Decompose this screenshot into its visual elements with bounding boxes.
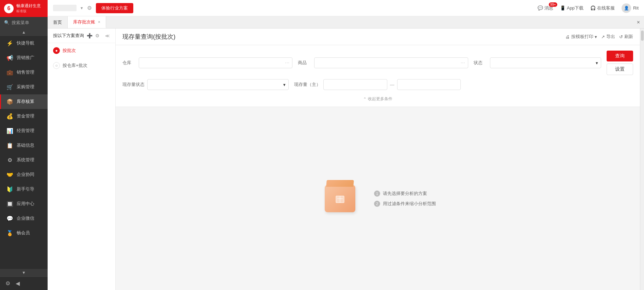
- tab-home[interactable]: 首页: [48, 16, 68, 28]
- export-btn[interactable]: ↗ 导出: [601, 34, 615, 40]
- support-btn[interactable]: 🎧 在线客服: [590, 5, 615, 11]
- main-area: ▾ ⚙ 体验行业方案 💬 99+ 消息 📱 App下载 🎧 在线客服 👤 Rit: [48, 0, 644, 290]
- search-menu-label: 搜索菜单: [12, 20, 29, 26]
- warehouse-dots-icon[interactable]: ···: [285, 60, 289, 66]
- footer-collapse-icon[interactable]: ◀: [16, 280, 20, 287]
- messages-badge: 99+: [549, 2, 557, 7]
- stock-quantity-min[interactable]: [323, 79, 387, 90]
- query-button[interactable]: 查询: [607, 51, 633, 61]
- settings-button[interactable]: 设置: [607, 64, 633, 75]
- sidebar-item-label: 销售管理: [17, 69, 34, 75]
- sales-icon: 💼: [6, 69, 13, 76]
- filter-item-by-warehouse-batch[interactable]: ○ 按仓库+批次: [48, 58, 115, 73]
- sidebar-item-purchase[interactable]: 🛒 采购管理: [0, 80, 48, 94]
- app-download-btn[interactable]: 📱 App下载: [560, 5, 583, 11]
- print-btn[interactable]: 🖨 按模板打印 ▾: [565, 34, 597, 40]
- tip-num-2: 2: [374, 201, 380, 207]
- sidebar-item-sales[interactable]: 💼 销售管理: [0, 65, 48, 80]
- print-dropdown-icon[interactable]: ▾: [595, 34, 597, 39]
- filter-panel-header: 按以下方案查询 ➕ ⚙ ≪: [48, 29, 115, 43]
- filter-collapse-icon[interactable]: ≪: [105, 33, 110, 38]
- refresh-btn[interactable]: ↺ 刷新: [619, 34, 633, 40]
- sidebar-item-quick-nav[interactable]: ⚡ 快捷导航: [0, 36, 48, 51]
- filter-add-icon[interactable]: ➕: [87, 33, 92, 38]
- quick-nav-icon: ⚡: [6, 40, 13, 47]
- status-select-wrap[interactable]: ▾: [490, 57, 601, 68]
- tab-active-label: 库存批次账: [73, 19, 95, 25]
- sidebar-item-inventory[interactable]: 📦 库存核算: [0, 94, 48, 109]
- scroll-down-btn[interactable]: ▼: [0, 269, 48, 276]
- filter-item-by-batch[interactable]: ● 按批次: [48, 43, 115, 58]
- product-input-wrap[interactable]: ···: [314, 57, 468, 68]
- wechat-icon: 💬: [6, 215, 13, 222]
- sidebar-item-operations[interactable]: 📊 经营管理: [0, 124, 48, 138]
- tab-close-icon[interactable]: ×: [98, 20, 100, 24]
- collapse-chevron-icon: ⌃: [363, 97, 367, 102]
- warehouse-label: 仓库: [122, 60, 136, 66]
- close-btn[interactable]: ×: [633, 19, 644, 25]
- breadcrumb-text: [53, 5, 77, 11]
- sidebar-item-system[interactable]: ⚙ 系统管理: [0, 153, 48, 167]
- sidebar-item-label: 营销推广: [17, 55, 34, 61]
- breadcrumb-dropdown-icon[interactable]: ▾: [81, 5, 83, 11]
- scroll-up-btn[interactable]: ▲: [0, 29, 48, 36]
- scroll-handle[interactable]: [641, 31, 644, 41]
- app-download-icon: 📱: [560, 5, 565, 11]
- sidebar-item-label: 采购管理: [17, 84, 34, 90]
- sidebar-header: 6 畅康通好生意 标准版: [0, 0, 48, 17]
- sidebar-item-label: 基础信息: [17, 142, 34, 148]
- company-name: 畅康通好生意: [16, 3, 41, 9]
- tab-inventory-batch[interactable]: 库存批次账 ×: [68, 16, 106, 28]
- stock-status-select[interactable]: ▾: [147, 79, 289, 90]
- stock-quantity-field: 现存量（主） —: [294, 79, 460, 90]
- sidebar-item-newbie[interactable]: 🔰 新手引导: [0, 182, 48, 197]
- empty-state: 1 请先选择要分析的方案 2 用过滤条件来缩小分析范围: [116, 107, 640, 290]
- filter-panel-title: 按以下方案查询: [53, 33, 84, 39]
- footer-settings-icon[interactable]: ⚙: [5, 280, 10, 287]
- stock-quantity-max[interactable]: [397, 79, 461, 90]
- sidebar-item-wechat[interactable]: 💬 企业微信: [0, 211, 48, 226]
- stock-status-field: 现存量状态 ▾: [122, 79, 289, 90]
- app-logo: 6: [4, 4, 14, 13]
- sidebar: 6 畅康通好生意 标准版 🔍 搜索菜单 ▲ ⚡ 快捷导航 📢 营销推广 💼 销售…: [0, 0, 48, 290]
- newbie-icon: 🔰: [6, 186, 13, 193]
- main-content: 现存量查询(按批次) 🖨 按模板打印 ▾ ↗ 导出 ↺ 刷新: [116, 29, 640, 290]
- sidebar-item-apps[interactable]: 🔲 应用中心: [0, 197, 48, 211]
- enterprise-icon: 🤝: [6, 171, 13, 178]
- support-icon: 🎧: [590, 5, 596, 11]
- sidebar-item-enterprise[interactable]: 🤝 企业协同: [0, 167, 48, 182]
- purchase-icon: 🛒: [6, 84, 13, 90]
- apps-icon: 🔲: [6, 201, 13, 207]
- search-icon: 🔍: [4, 20, 10, 25]
- experience-btn[interactable]: 体验行业方案: [96, 3, 133, 13]
- member-icon: 🏅: [6, 230, 13, 236]
- sidebar-item-label: 新手引导: [17, 186, 34, 192]
- inventory-icon: 📦: [6, 98, 13, 105]
- messages-btn[interactable]: 💬 99+ 消息: [538, 5, 553, 11]
- user-menu[interactable]: 👤 Rit: [622, 3, 639, 13]
- warehouse-input-wrap[interactable]: ···: [139, 57, 292, 68]
- gear-icon[interactable]: ⚙: [87, 5, 92, 11]
- sidebar-item-finance[interactable]: 💰 资金管理: [0, 109, 48, 124]
- right-scrollbar[interactable]: [640, 29, 644, 290]
- product-input[interactable]: [317, 60, 460, 66]
- product-dots-icon[interactable]: ···: [460, 60, 465, 66]
- warehouse-input[interactable]: [142, 60, 285, 66]
- collapse-more-btn[interactable]: ⌃ 收起更多条件: [122, 94, 633, 104]
- filter-settings-icon[interactable]: ⚙: [95, 33, 100, 38]
- sidebar-footer: ⚙ ◀: [0, 276, 48, 290]
- collapse-more-label: 收起更多条件: [368, 96, 392, 102]
- tip-text-1: 请先选择要分析的方案: [383, 191, 427, 197]
- sidebar-item-basics[interactable]: 📋 基础信息: [0, 138, 48, 153]
- search-menu-item[interactable]: 🔍 搜索菜单: [0, 17, 48, 29]
- box-svg: [333, 192, 347, 205]
- app-info: 畅康通好生意 标准版: [16, 3, 41, 14]
- empty-tips: 1 请先选择要分析的方案 2 用过滤条件来缩小分析范围: [374, 191, 436, 207]
- sidebar-item-marketing[interactable]: 📢 营销推广: [0, 51, 48, 65]
- sidebar-item-label: 企业协同: [17, 171, 34, 178]
- filter-panel: 按以下方案查询 ➕ ⚙ ≪ ● 按批次 ○ 按仓库+批次: [48, 29, 116, 290]
- sidebar-item-label: 经营管理: [17, 128, 34, 134]
- sidebar-item-member[interactable]: 🏅 畅会员: [0, 226, 48, 240]
- export-label: 导出: [606, 34, 615, 40]
- tip-text-2: 用过滤条件来缩小分析范围: [383, 201, 436, 207]
